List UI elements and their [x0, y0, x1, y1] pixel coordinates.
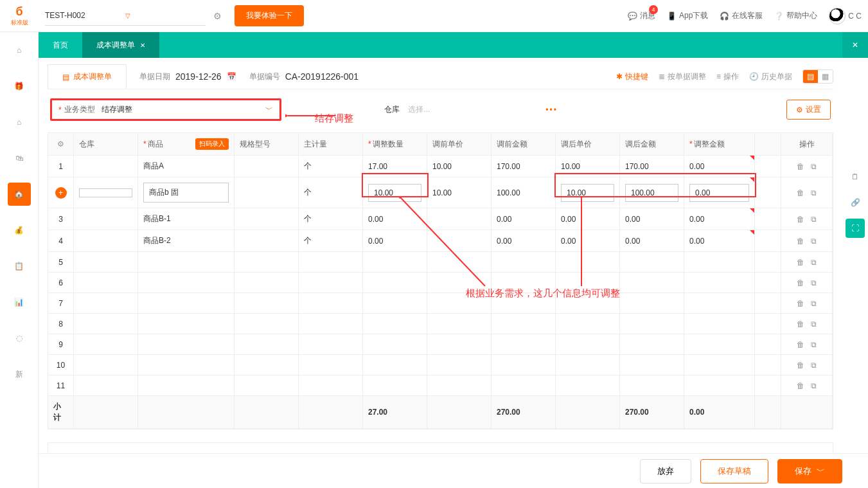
phone-icon: 📱: [667, 12, 677, 21]
topbar: б 标准版 TEST-H002 ▽ ⚙ 我要体验一下 💬 消息 4 📱 App下…: [0, 0, 868, 32]
message-badge: 4: [649, 5, 658, 14]
help-label: 帮助中心: [786, 10, 817, 21]
logo: б 标准版: [6, 5, 32, 27]
logo-edition: 标准版: [6, 19, 32, 27]
store-select[interactable]: TEST-H002 ▽: [45, 6, 206, 26]
settings-gear-icon[interactable]: ⚙: [213, 11, 222, 21]
user-menu[interactable]: C C: [829, 8, 862, 24]
messages-link[interactable]: 💬 消息 4: [628, 10, 655, 21]
headset-icon: 🎧: [720, 12, 729, 21]
store-name: TEST-H002: [45, 6, 125, 25]
message-icon: 💬: [628, 12, 637, 21]
help-link[interactable]: ❔ 帮助中心: [774, 10, 817, 21]
app-label: App下载: [679, 10, 708, 21]
trial-button[interactable]: 我要体验一下: [235, 5, 304, 26]
cs-label: 在线客服: [732, 10, 763, 21]
help-icon: ❔: [774, 12, 784, 21]
user-name: C C: [848, 12, 862, 21]
chevron-down-icon: ▽: [125, 7, 206, 24]
customer-service-link[interactable]: 🎧 在线客服: [720, 10, 763, 21]
logo-icon: б: [6, 5, 32, 19]
avatar: [829, 8, 846, 24]
app-download-link[interactable]: 📱 App下载: [667, 10, 708, 21]
